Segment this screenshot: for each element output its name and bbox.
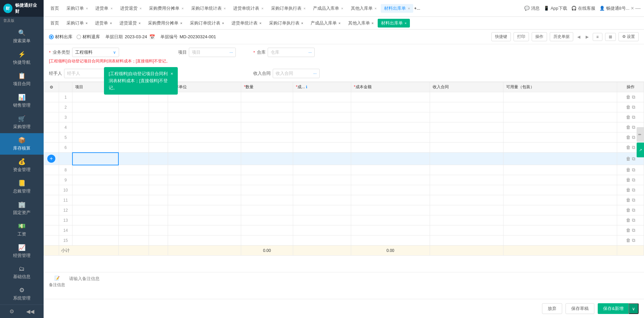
copy-icon[interactable]: ⧉ [632,156,635,161]
close-icon[interactable]: × [181,6,183,10]
sidebar-item-system[interactable]: ⚙ 系统管理 [0,283,44,305]
page-tab-stock-in-stat[interactable]: 进货单统计表× [228,19,265,28]
close-icon[interactable]: × [86,6,88,10]
copy-icon[interactable]: ⧉ [632,124,635,130]
page-tab-purchase-stat[interactable]: 采购订单统计表× [186,19,227,28]
delete-icon[interactable]: 🗑 [626,227,631,233]
delete-icon[interactable]: 🗑 [626,94,631,100]
warehouse-ellipsis[interactable]: ··· [308,50,312,55]
sidebar-item-ops[interactable]: 📈 经营管理 [0,241,44,262]
tab-home[interactable]: 首页 [47,4,62,13]
sidebar-item-assets[interactable]: 🏢 固定资产 [0,198,44,219]
copy-icon[interactable]: ⧉ [632,104,635,110]
doc-no-value[interactable]: MD-20230324-001 [180,34,216,39]
radio-out[interactable]: 材料出库 [49,34,72,40]
tab-purchase-fee[interactable]: 采购费用分摊单 × [146,4,187,13]
operations-btn[interactable]: 操作 [532,32,547,41]
delete-icon[interactable]: 🗑 [626,124,631,130]
close-icon[interactable]: × [139,21,141,25]
add-row-btn[interactable]: + [47,155,55,163]
topbar-close-btn[interactable]: × [631,5,634,11]
page-tab-stock-in-return[interactable]: 进货退货× [116,19,144,28]
sidebar-item-project[interactable]: 📋 项目合同 [0,69,44,90]
page-tab-material-out[interactable]: 材料出库单× [378,19,410,28]
tab-stock-in-return[interactable]: 进货退货 × [117,4,145,13]
project-ellipsis[interactable]: ··· [229,50,233,55]
copy-icon[interactable]: ⧉ [632,237,635,243]
page-tab-purchase-exec[interactable]: 采购订单执行表× [266,19,307,28]
delete-icon[interactable]: 🗑 [626,217,631,223]
tab-other-in[interactable]: 其他入库单 × [347,4,380,13]
next-btn[interactable]: ▶ [584,35,590,39]
sidebar-item-payroll[interactable]: 💵 工资 [0,219,44,241]
cell-contract[interactable] [430,92,503,102]
delete-icon[interactable]: 🗑 [626,135,631,140]
delete-icon[interactable]: 🗑 [626,187,631,193]
delete-icon[interactable]: 🗑 [626,145,631,150]
copy-icon[interactable]: ⧉ [632,187,635,193]
shortcut-btn[interactable]: 快捷键 [491,32,511,41]
sidebar-item-inventory[interactable]: 📦 库存核算 [0,133,44,155]
close-icon[interactable]: × [110,21,112,25]
close-icon[interactable]: × [372,21,374,25]
sidebar-item-finance[interactable]: 💰 资金管理 [0,155,44,176]
online-service-btn[interactable]: 🎧 在线客服 [571,5,595,11]
copy-icon[interactable]: ⧉ [632,114,635,120]
close-icon[interactable]: × [86,21,88,25]
copy-icon[interactable]: ⧉ [632,217,635,223]
cell-cost[interactable] [293,92,351,102]
warehouse-input[interactable]: 仓库 ··· [268,48,315,57]
close-icon[interactable]: × [224,6,226,10]
notes-input[interactable] [69,276,639,293]
tab-purchase-stat[interactable]: 采购订单统计表 × [188,4,229,13]
topbar-more[interactable]: +... [414,6,420,11]
delete-icon[interactable]: 🗑 [626,104,631,110]
minimize-icon[interactable]: — [635,5,641,11]
copy-icon[interactable]: ⧉ [632,207,635,213]
delete-icon[interactable]: 🗑 [626,237,631,243]
delete-icon[interactable]: 🗑 [626,207,631,213]
sidebar-item-ledger[interactable]: 📒 总账管理 [0,176,44,198]
message-btn[interactable]: 💬 消息 [524,5,540,11]
collapse-icon[interactable]: ◀◀ [26,308,34,315]
page-tab-home[interactable]: 首页 [47,19,62,28]
sidebar-item-sales[interactable]: 📊 销售管理 [0,90,44,112]
business-type-input[interactable]: 工程领料 ∨ [72,48,119,57]
table-view-btn[interactable]: ⊞ [605,33,616,41]
copy-icon[interactable]: ⧉ [632,227,635,233]
close-icon[interactable]: × [341,6,343,10]
right-edit-icon[interactable]: ✏ [637,127,644,142]
copy-icon[interactable]: ⧉ [632,177,635,182]
copy-icon[interactable]: ⧉ [632,167,635,172]
table-settings-col[interactable]: ⚙ [44,82,59,92]
copy-icon[interactable]: ⧉ [632,145,635,150]
page-tab-product-in[interactable]: 产成品入库单× [307,19,344,28]
tab-stock-in-stat[interactable]: 进货单统计表 × [230,4,267,13]
radio-return[interactable]: 材料退库 [76,34,100,40]
close-icon[interactable]: × [304,6,306,10]
close-icon[interactable]: × [338,21,340,25]
calendar-icon[interactable]: 📅 [149,34,155,40]
delete-icon[interactable]: 🗑 [626,114,631,120]
right-green-icon[interactable]: ↗ [637,143,644,157]
income-contract-ellipsis[interactable]: ··· [313,71,317,76]
page-tab-purchase-order[interactable]: 采购订单× [63,19,91,28]
close-icon[interactable]: × [222,21,224,25]
close-icon[interactable]: × [408,6,410,10]
dropdown-arrow[interactable]: ∨ [113,50,116,55]
tooltip-close-btn[interactable]: × [170,70,173,77]
copy-icon[interactable]: ⧉ [632,135,635,140]
tab-product-in[interactable]: 产成品入库单 × [310,4,346,13]
draft-button[interactable]: 保存草稿 [566,303,594,314]
close-icon[interactable]: × [261,6,263,10]
date-value[interactable]: 2023-03-24 [125,34,147,39]
save-button[interactable]: 保存&新增 [598,303,629,314]
grid-view-btn[interactable]: ≡ [593,33,602,41]
close-icon[interactable]: × [180,21,182,25]
delete-icon[interactable]: 🗑 [626,177,631,182]
cell-unit[interactable] [168,92,241,102]
cell-available[interactable] [503,92,617,102]
delete-icon[interactable]: 🗑 [626,156,631,161]
page-tab-stock-in[interactable]: 进货单× [92,19,115,28]
delete-icon[interactable]: 🗑 [626,167,631,172]
